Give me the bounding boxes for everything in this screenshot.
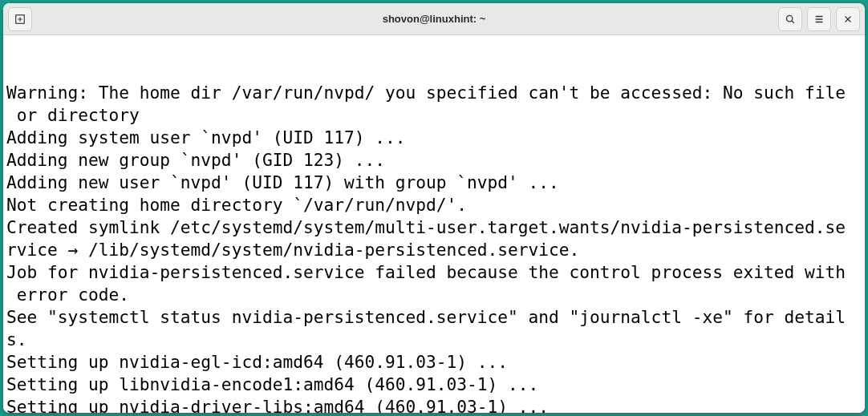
new-tab-button[interactable]: [8, 7, 32, 31]
terminal-line: See "systemctl status nvidia-persistence…: [6, 306, 862, 329]
window-title: shovon@linuxhint: ~: [383, 13, 486, 25]
terminal-line: Adding new group `nvpd' (GID 123) ...: [6, 149, 862, 172]
new-tab-icon: [14, 14, 26, 25]
terminal-line: Created symlink /etc/systemd/system/mult…: [6, 216, 862, 239]
terminal-output[interactable]: Warning: The home dir /var/run/nvpd/ you…: [3, 35, 865, 413]
search-icon: [785, 14, 796, 25]
terminal-line: Adding system user `nvpd' (UID 117) ...: [6, 127, 862, 149]
svg-point-3: [786, 15, 792, 21]
terminal-line: rvice → /lib/systemd/system/nvidia-persi…: [6, 239, 862, 261]
terminal-line: Adding new user `nvpd' (UID 117) with gr…: [6, 172, 862, 194]
terminal-window: shovon@linuxhint: ~: [3, 3, 865, 413]
terminal-body: Warning: The home dir /var/run/nvpd/ you…: [6, 82, 862, 413]
terminal-line: Setting up nvidia-egl-icd:amd64 (460.91.…: [6, 351, 862, 374]
terminal-line: Setting up nvidia-driver-libs:amd64 (460…: [6, 396, 862, 413]
hamburger-icon: [813, 14, 825, 25]
terminal-line: or directory: [6, 104, 862, 127]
titlebar: shovon@linuxhint: ~: [3, 3, 865, 35]
svg-line-4: [792, 20, 794, 22]
close-button[interactable]: [836, 7, 860, 31]
terminal-line: Not creating home directory `/var/run/nv…: [6, 194, 862, 216]
search-button[interactable]: [778, 7, 802, 31]
terminal-line: error code.: [6, 284, 862, 306]
terminal-line: Warning: The home dir /var/run/nvpd/ you…: [6, 82, 862, 104]
terminal-line: Setting up libnvidia-encode1:amd64 (460.…: [6, 374, 862, 396]
terminal-line: s.: [6, 329, 862, 351]
terminal-line: Job for nvidia-persistenced.service fail…: [6, 261, 862, 284]
menu-button[interactable]: [807, 7, 831, 31]
close-icon: [842, 14, 854, 25]
